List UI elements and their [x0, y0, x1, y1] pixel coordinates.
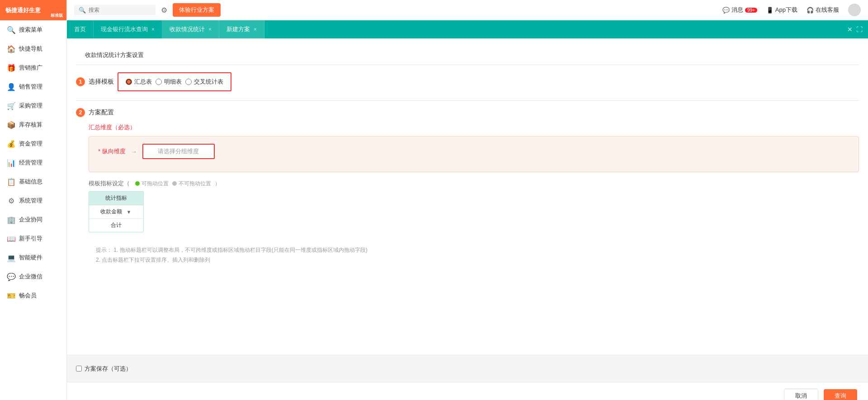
draggable-legend: 可拖动位置: [135, 180, 169, 188]
chart-icon: 📊: [7, 159, 15, 167]
tabbar: 首页 现金银行流水查询 × 收款情况统计 × 新建方案 × ✕ ⛶: [67, 20, 868, 38]
page-body: 收款情况统计方案设置 1 选择模板 汇总表 明细表: [67, 38, 868, 355]
member-icon: 🎫: [7, 292, 15, 300]
sidebar-item-guide[interactable]: 📖 新手引导: [0, 229, 66, 248]
sidebar-logo: 畅捷通好生意 标准版: [0, 0, 66, 20]
cancel-button[interactable]: 取消: [784, 389, 818, 400]
headset-icon: 🎧: [807, 7, 814, 14]
radio-cross-input[interactable]: [185, 79, 192, 85]
topbar-search-icon: 🔍: [79, 7, 86, 14]
logo-text: 畅捷通好生意: [5, 6, 41, 14]
new-plan-tab-label: 新建方案: [226, 25, 250, 33]
sidebar-item-operation[interactable]: 📊 经营管理: [0, 153, 66, 172]
tip-1: 1. 拖动标题栏可以调整布局，不可跨维度或指标区域拖动栏目字段(只能在同一维度或…: [113, 247, 367, 253]
radio-summary-input[interactable]: [126, 79, 132, 85]
metrics-dropdown-btn-0[interactable]: ▼: [126, 209, 132, 215]
query-button[interactable]: 查询: [824, 389, 857, 400]
search-input[interactable]: [89, 7, 143, 13]
online-service-item[interactable]: 🎧 在线客服: [807, 6, 839, 14]
sidebar-item-capital[interactable]: 💰 资金管理: [0, 134, 66, 153]
row-dimension-label: * 纵向维度: [98, 147, 126, 155]
topbar-search-box[interactable]: 🔍: [74, 5, 156, 15]
industry-plan-button[interactable]: 体验行业方案: [173, 3, 221, 17]
box-icon: 📦: [7, 121, 15, 129]
gear-icon: ⚙: [7, 197, 15, 205]
user-avatar[interactable]: [848, 4, 861, 16]
dimension-area: * 纵向维度 → 请选择分组维度: [89, 136, 859, 172]
topbar-right: 💬 消息 99+ 📱 App下载 🎧 在线客服: [722, 4, 861, 16]
tab-new-plan[interactable]: 新建方案 ×: [219, 20, 264, 38]
settings-icon[interactable]: ⚙: [161, 6, 167, 14]
sidebar-item-purchase[interactable]: 🛒 采购管理: [0, 96, 66, 115]
bank-flow-close-icon[interactable]: ×: [151, 26, 155, 33]
save-label: 方案保存（可选）: [85, 365, 132, 373]
tab-receipt-stat[interactable]: 收款情况统计 ×: [162, 20, 219, 38]
mobile-icon: 📱: [766, 7, 774, 14]
sidebar-item-member[interactable]: 🎫 畅会员: [0, 286, 66, 305]
sidebar-item-quick-nav[interactable]: 🏠 快捷导航: [0, 39, 66, 58]
receipt-stat-tab-label: 收款情况统计: [170, 25, 205, 33]
close-window-icon[interactable]: ✕: [847, 26, 853, 33]
save-checkbox-input[interactable]: [76, 366, 82, 372]
metrics-header: 模板指标设定（ 可拖动位置 不可拖动位置 ）: [89, 179, 859, 188]
radio-detail-label: 明细表: [164, 78, 182, 86]
home-tab-label: 首页: [74, 25, 86, 33]
maximize-icon[interactable]: ⛶: [856, 26, 863, 33]
radio-summary[interactable]: 汇总表: [126, 78, 152, 86]
bottom-bar: 方案保存（可选）: [67, 355, 868, 382]
receipt-stat-close-icon[interactable]: ×: [208, 26, 212, 33]
draggable-label: 可拖动位置: [142, 180, 169, 188]
sidebar-item-label: 销售管理: [19, 83, 42, 91]
page-title: 收款情况统计方案设置: [85, 52, 144, 58]
arrow-icon: →: [131, 148, 137, 155]
building-icon: 🏢: [7, 216, 15, 224]
metrics-table-header-text: 统计指标: [105, 195, 127, 201]
user-icon: 👤: [7, 83, 15, 91]
sidebar-item-label: 智能硬件: [19, 254, 42, 262]
tab-home[interactable]: 首页: [67, 20, 94, 38]
metrics-table: 统计指标 收款金额 ▼ 合计: [89, 191, 144, 232]
metrics-cell-1: 合计: [111, 221, 122, 229]
step2-body: 汇总维度（必选） * 纵向维度 → 请选择分组维度: [76, 123, 859, 269]
fixed-label: 不可拖动位置: [179, 180, 211, 188]
main-area: 🔍 ⚙ 体验行业方案 💬 消息 99+ 📱 App下载 🎧 在线客服 首页: [67, 0, 868, 400]
sidebar-item-enterprise[interactable]: 🏢 企业协同: [0, 210, 66, 229]
sidebar-item-inventory[interactable]: 📦 库存核算: [0, 115, 66, 134]
sidebar-item-label: 企业协同: [19, 216, 42, 224]
home-icon: 🏠: [7, 45, 15, 53]
cart-icon: 🛒: [7, 102, 15, 110]
gift-icon: 🎁: [7, 64, 15, 72]
sidebar-item-search[interactable]: 🔍 搜索菜单: [0, 20, 66, 39]
sidebar-item-system[interactable]: ⚙ 系统管理: [0, 191, 66, 210]
app-download-item[interactable]: 📱 App下载: [766, 6, 797, 14]
tip-1-text: 提示： 1. 拖动标题栏可以调整布局，不可跨维度或指标区域拖动栏目字段(只能在同…: [96, 245, 852, 255]
dimension-selector[interactable]: 请选择分组维度: [142, 144, 215, 159]
dimension-section-label: 汇总维度（必选）: [89, 123, 859, 132]
sidebar-item-marketing[interactable]: 🎁 营销推广: [0, 58, 66, 77]
sidebar-item-label: 搜索菜单: [19, 26, 42, 34]
tip-2: 2. 点击标题栏下拉可设置排序、插入列和删除列: [96, 257, 210, 263]
message-item[interactable]: 💬 消息 99+: [722, 6, 757, 14]
search-icon: 🔍: [7, 26, 15, 34]
save-checkbox-label[interactable]: 方案保存（可选）: [76, 365, 132, 373]
sidebar-item-hardware[interactable]: 💻 智能硬件: [0, 248, 66, 267]
radio-detail[interactable]: 明细表: [156, 78, 182, 86]
sidebar-item-label: 企业微信: [19, 273, 42, 281]
page-content: 收款情况统计方案设置 1 选择模板 汇总表 明细表: [67, 38, 868, 400]
sidebar-item-wechat[interactable]: 💬 企业微信: [0, 267, 66, 286]
metrics-label-text: 模板指标设定（: [89, 179, 130, 188]
radio-cross[interactable]: 交叉统计表: [185, 78, 223, 86]
radio-detail-input[interactable]: [156, 79, 162, 85]
sidebar-item-label: 资金管理: [19, 140, 42, 148]
clipboard-icon: 📋: [7, 178, 15, 186]
sidebar-item-basic[interactable]: 📋 基础信息: [0, 172, 66, 191]
new-plan-close-icon[interactable]: ×: [254, 26, 257, 33]
tab-right-actions: ✕ ⛶: [847, 20, 868, 38]
metrics-cell-0: 收款金额: [100, 208, 122, 216]
sidebar-item-sales[interactable]: 👤 销售管理: [0, 77, 66, 96]
sidebar-item-label: 畅会员: [19, 292, 37, 300]
tab-bank-flow[interactable]: 现金银行流水查询 ×: [94, 20, 162, 38]
metrics-section: 模板指标设定（ 可拖动位置 不可拖动位置 ）: [89, 179, 859, 234]
tip-2-wrapper: 2. 点击标题栏下拉可设置排序、插入列和删除列: [96, 255, 852, 265]
tips-section: 提示： 1. 拖动标题栏可以调整布局，不可跨维度或指标区域拖动栏目字段(只能在同…: [89, 241, 859, 269]
